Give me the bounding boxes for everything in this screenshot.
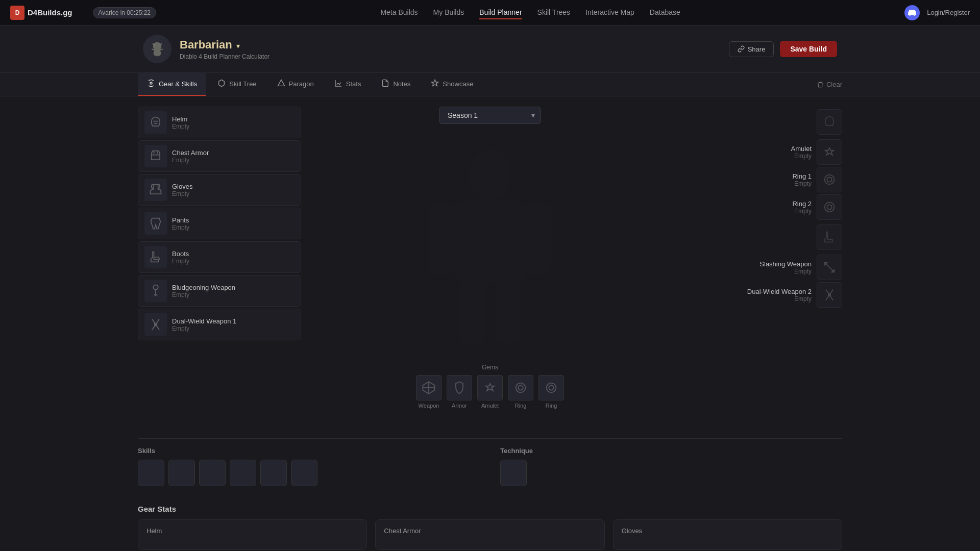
svg-point-24 [825, 175, 835, 185]
gem-ring-1-slot[interactable] [508, 375, 533, 400]
pants-name: Pants [172, 216, 189, 224]
ring-2-slot[interactable]: Ring 2 Empty [792, 194, 842, 220]
discord-icon[interactable] [904, 5, 920, 20]
pants-text: Pants Empty [172, 216, 189, 231]
gem-weapon: Weapon [416, 375, 442, 409]
svg-rect-10 [429, 203, 457, 274]
dual-wield-1-slot[interactable]: Dual-Wield Weapon 1 Empty [138, 309, 301, 340]
main-nav: Meta BuildsMy BuildsBuild PlannerSkill T… [156, 6, 904, 19]
technique-slot-1[interactable] [500, 460, 527, 486]
helm-name: Helm [172, 115, 189, 123]
dual-wield-2-slot[interactable]: Dual-Wield Weapon 2 Empty [747, 282, 842, 308]
tab-icon [431, 79, 439, 89]
gem-ring-2-label: Ring [546, 403, 557, 409]
site-name[interactable]: D4Builds.gg [28, 8, 72, 17]
amulet-slot[interactable]: Amulet Empty [791, 139, 842, 165]
dual-wield-2-name: Dual-Wield Weapon 2 [747, 288, 812, 295]
nav-link-database[interactable]: Database [650, 6, 680, 19]
ring-1-slot[interactable]: Ring 1 Empty [792, 167, 842, 192]
nav-link-meta-builds[interactable]: Meta Builds [380, 6, 418, 19]
build-actions: Share Save Build [729, 41, 837, 57]
helm-icon-box [144, 111, 167, 134]
skills-label: Skills [138, 447, 480, 455]
skill-slot-3[interactable] [199, 460, 226, 486]
pants-slot[interactable]: Pants Empty [138, 208, 301, 239]
svg-marker-18 [486, 384, 494, 391]
tab-stats[interactable]: Stats [325, 73, 371, 96]
gloves-icon-box [144, 179, 167, 201]
login-link[interactable]: Login/Register [927, 9, 970, 16]
chest-armor-slot[interactable]: Chest Armor Empty [138, 140, 301, 172]
gem-amulet: Amulet [477, 375, 503, 409]
gem-weapon-label: Weapon [419, 403, 439, 409]
nav-link-build-planner[interactable]: Build Planner [479, 6, 522, 19]
tab-gear-skills[interactable]: Gear & Skills [138, 73, 206, 96]
pants-empty: Empty [172, 224, 189, 231]
season-select-container[interactable]: Season 1 Season 2 Season 3 Season 4 ▾ [439, 107, 541, 124]
tab-paragon[interactable]: Paragon [268, 73, 323, 96]
gear-stat-chest-title: Chest Armor [384, 527, 596, 535]
build-subtitle: Diablo 4 Build Planner Calculator [180, 53, 270, 60]
svg-point-22 [549, 385, 553, 390]
skills-section: Skills [138, 447, 480, 486]
slashing-weapon-slot[interactable]: Slashing Weapon Empty [760, 255, 842, 280]
dual-wield-2-text: Dual-Wield Weapon 2 Empty [747, 288, 812, 303]
gem-armor: Armor [447, 375, 472, 409]
svg-point-21 [547, 383, 556, 393]
skill-slots-row [138, 460, 480, 486]
title-arrow[interactable]: ▾ [236, 42, 240, 50]
gem-armor-slot[interactable] [447, 375, 472, 400]
nav-right: Login/Register [904, 5, 970, 20]
skill-slot-4[interactable] [230, 460, 256, 486]
dual-wield-1-icon-box [144, 313, 167, 336]
boots-empty: Empty [172, 258, 189, 265]
tab-notes[interactable]: Notes [372, 73, 420, 96]
skill-slot-5[interactable] [260, 460, 287, 486]
nav-link-interactive-map[interactable]: Interactive Map [585, 6, 634, 19]
tab-icon [147, 79, 155, 89]
tab-icon [217, 79, 226, 89]
bludgeoning-weapon-slot[interactable]: Bludgeoning Weapon Empty [138, 275, 301, 307]
gloves-text: Gloves Empty [172, 183, 192, 197]
gem-weapon-slot[interactable] [416, 375, 442, 400]
svg-point-20 [518, 385, 523, 390]
share-button[interactable]: Share [729, 41, 774, 57]
gem-ring-2-slot[interactable] [538, 375, 564, 400]
helm-slot[interactable]: Helm Empty [138, 107, 301, 138]
gem-ring-2: Ring [538, 375, 564, 409]
dual-wield-1-name: Dual-Wield Weapon 1 [172, 317, 236, 325]
skills-technique-area: Skills Technique [138, 438, 842, 494]
top-bar: D D4Builds.gg Avarice in 00:25:22 Meta B… [0, 0, 980, 26]
svg-point-0 [150, 82, 152, 84]
clear-button[interactable]: Clear [817, 81, 842, 88]
build-header: Barbarian ▾ Diablo 4 Build Planner Calcu… [0, 26, 980, 73]
bludgeoning-text: Bludgeoning Weapon Empty [172, 284, 235, 298]
season-select-wrapper: Season 1 Season 2 Season 3 Season 4 ▾ [311, 107, 669, 124]
chest-text: Chest Armor Empty [172, 149, 209, 164]
ring-1-empty: Empty [792, 180, 812, 187]
boots-slot[interactable]: Boots Empty [138, 241, 301, 273]
nav-link-my-builds[interactable]: My Builds [433, 6, 464, 19]
skill-slot-1[interactable] [138, 460, 164, 486]
gear-stats-title: Gear Stats [138, 505, 842, 513]
save-build-button[interactable]: Save Build [780, 41, 837, 57]
chest-name: Chest Armor [172, 149, 209, 157]
svg-point-2 [153, 285, 158, 289]
tab-skill-tree[interactable]: Skill Tree [208, 73, 265, 96]
amulet-empty: Empty [791, 153, 812, 160]
barbarian-icon [143, 35, 172, 63]
nav-link-skill-trees[interactable]: Skill Trees [537, 6, 571, 19]
dual-wield-1-text: Dual-Wield Weapon 1 Empty [172, 317, 236, 332]
skill-slot-6[interactable] [291, 460, 317, 486]
ring-2-text: Ring 2 Empty [792, 200, 812, 215]
ring-2-icon [817, 194, 842, 220]
skill-slot-2[interactable] [168, 460, 195, 486]
gloves-empty: Empty [172, 190, 192, 197]
ring-1-name: Ring 1 [792, 172, 812, 180]
gloves-slot[interactable]: Gloves Empty [138, 174, 301, 206]
season-dropdown[interactable]: Season 1 Season 2 Season 3 Season 4 [439, 107, 541, 124]
gems-row: Weapon Armor [416, 375, 564, 409]
gem-amulet-slot[interactable] [477, 375, 503, 400]
tab-showcase[interactable]: Showcase [422, 73, 482, 96]
gem-ring-1: Ring [508, 375, 533, 409]
